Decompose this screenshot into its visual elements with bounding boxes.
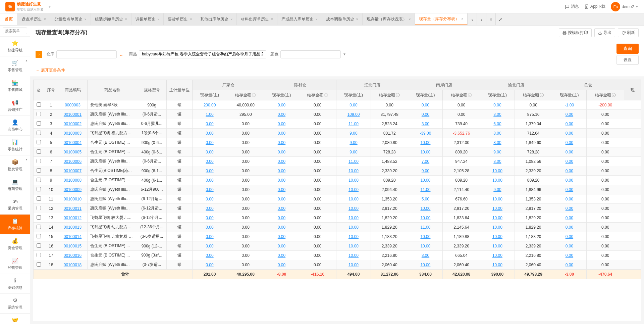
row-na-qty-4[interactable]: -39.00: [408, 129, 443, 138]
app-download-btn[interactable]: App下载: [584, 4, 605, 9]
row-total-qty-18[interactable]: 0.00: [552, 260, 587, 270]
row-chen-qty-15[interactable]: 0.00: [264, 232, 299, 241]
row-checkbox-input-6[interactable]: [37, 149, 41, 154]
row-chen-qty-16[interactable]: 0.00: [264, 241, 299, 251]
tab-close-split[interactable]: ×: [85, 17, 87, 21]
row-checkbox-4[interactable]: [34, 129, 44, 138]
tab-close-purchase[interactable]: ×: [190, 17, 192, 21]
row-checkbox-10[interactable]: [34, 185, 44, 194]
expand-conditions[interactable]: 展开更多条件: [36, 67, 65, 73]
row-code-8[interactable]: 00100007: [58, 166, 88, 176]
row-chen-qty-3[interactable]: 0.00: [264, 119, 299, 129]
tab-stock-status[interactable]: 现存量（库存状况表） ×: [363, 13, 415, 25]
row-chen-qty-8[interactable]: 0.00: [264, 166, 299, 176]
tab-close-transfer[interactable]: ×: [158, 17, 160, 21]
row-checkbox-5[interactable]: [34, 138, 44, 147]
row-na-qty-8[interactable]: 9.00: [408, 166, 443, 176]
row-na-qty-5[interactable]: 10.00: [408, 138, 443, 147]
row-checkbox-8[interactable]: [34, 166, 44, 176]
tab-close-stock-dist[interactable]: ×: [461, 17, 463, 21]
row-yb-qty-8[interactable]: 10.00: [480, 166, 515, 176]
row-code-2[interactable]: 00100001: [58, 110, 88, 119]
row-chen-qty-5[interactable]: 0.00: [264, 138, 299, 147]
row-na-qty-7[interactable]: 7.00: [408, 157, 443, 166]
export-btn[interactable]: 导出: [594, 28, 615, 37]
tab-expand-btn[interactable]: ⤢: [496, 13, 505, 26]
row-total-qty-13[interactable]: 0.00: [552, 213, 587, 223]
row-total-qty-8[interactable]: 0.00: [552, 166, 587, 176]
tab-transfer[interactable]: 调拨单历史 ×: [131, 13, 164, 25]
row-checkbox-15[interactable]: [34, 232, 44, 241]
row-code-3[interactable]: 00100002: [58, 119, 88, 129]
row-total-qty-16[interactable]: 0.00: [552, 241, 587, 251]
warehouse-ellipsis[interactable]: ...: [119, 52, 125, 57]
row-checkbox-input-8[interactable]: [37, 168, 41, 173]
row-total-qty-14[interactable]: 0.00: [552, 223, 587, 232]
row-yb-qty-9[interactable]: 10.00: [480, 176, 515, 185]
collapse-filter-btn[interactable]: ›: [36, 51, 42, 58]
row-code-1[interactable]: 0000003: [58, 100, 88, 110]
row-checkbox-input-17[interactable]: [37, 253, 41, 257]
row-yb-qty-1[interactable]: 0.00: [480, 100, 515, 110]
row-fac-qty-17[interactable]: 0.00: [193, 251, 227, 260]
sidebar-item-ecom[interactable]: 💻 电商管理: [0, 175, 30, 195]
row-jb-qty-1[interactable]: 0.00: [336, 100, 371, 110]
row-jb-qty-6[interactable]: 9.00: [336, 147, 371, 157]
row-checkbox-input-13[interactable]: [37, 215, 41, 220]
product-input[interactable]: [139, 50, 266, 58]
sidebar-item-member[interactable]: 👤 会员中心: [0, 116, 30, 136]
tab-split-inventory[interactable]: 分量盘点单历史 ×: [50, 13, 91, 25]
row-fac-qty-9[interactable]: 0.00: [193, 176, 227, 185]
row-na-qty-11[interactable]: 5.00: [408, 194, 443, 204]
row-checkbox-12[interactable]: [34, 204, 44, 213]
row-fac-qty-7[interactable]: 0.00: [193, 157, 227, 166]
sidebar-item-retail-stats[interactable]: 📊 零售统计: [0, 136, 30, 155]
row-fac-qty-10[interactable]: 0.00: [193, 185, 227, 194]
row-total-qty-2[interactable]: 0.00: [552, 110, 587, 119]
tab-close-all-btn[interactable]: ×: [486, 13, 496, 26]
row-yb-qty-7[interactable]: 8.00: [480, 157, 515, 166]
row-fac-qty-15[interactable]: 0.00: [193, 232, 227, 241]
sidebar-item-retail-store[interactable]: 🏪 零售商城: [0, 76, 30, 96]
dropdown-arrow[interactable]: ▼: [48, 4, 52, 9]
row-jb-qty-11[interactable]: 10.00: [336, 194, 371, 204]
row-na-qty-6[interactable]: 10.00: [408, 147, 443, 157]
row-yb-qty-14[interactable]: 10.00: [480, 223, 515, 232]
row-jb-qty-4[interactable]: 9.00: [336, 129, 371, 138]
tab-inventory-single[interactable]: 盘点单历史 ×: [18, 13, 50, 25]
row-na-qty-2[interactable]: 0.00: [408, 110, 443, 119]
jb-amt-info[interactable]: i: [396, 93, 400, 97]
row-yb-qty-10[interactable]: 9.00: [480, 185, 515, 194]
row-fac-qty-2[interactable]: 1.00: [193, 110, 227, 119]
row-jb-qty-3[interactable]: 11.00: [336, 119, 371, 129]
sidebar-item-retail-mgmt[interactable]: 🛒 零售管理 ▲: [0, 56, 30, 76]
row-chen-qty-1[interactable]: 0.00: [264, 100, 299, 110]
row-jb-qty-18[interactable]: 10.00: [336, 260, 371, 270]
row-fac-qty-5[interactable]: 0.00: [193, 138, 227, 147]
row-total-qty-1[interactable]: -1.00: [552, 100, 587, 110]
row-na-qty-3[interactable]: 3.00: [408, 119, 443, 129]
row-checkbox-input-9[interactable]: [37, 178, 41, 182]
yb-amt-info[interactable]: i: [540, 93, 544, 97]
row-chen-qty-14[interactable]: 0.00: [264, 223, 299, 232]
row-code-14[interactable]: 00100013: [58, 223, 88, 232]
row-checkbox-input-14[interactable]: [37, 225, 41, 229]
tab-close-inventory-single[interactable]: ×: [44, 17, 46, 21]
row-yb-qty-5[interactable]: 8.00: [480, 138, 515, 147]
row-chen-qty-4[interactable]: 0.00: [264, 129, 299, 138]
color-dropdown-arrow[interactable]: ▼: [343, 52, 346, 56]
row-chen-qty-11[interactable]: 0.00: [264, 194, 299, 204]
row-chen-qty-18[interactable]: 0.00: [264, 260, 299, 270]
sidebar-item-finance[interactable]: 💰 资金管理: [0, 234, 30, 254]
row-jb-qty-2[interactable]: 109.00: [336, 110, 371, 119]
row-checkbox-18[interactable]: [34, 260, 44, 270]
tab-product-in[interactable]: 产成品入库单历史 ×: [277, 13, 322, 25]
tab-stock-dist[interactable]: 现存量（库存分布表） ×: [415, 13, 468, 25]
row-code-15[interactable]: 00100014: [58, 232, 88, 241]
row-checkbox-9[interactable]: [34, 176, 44, 185]
row-checkbox-11[interactable]: [34, 194, 44, 204]
row-total-qty-5[interactable]: 0.00: [552, 138, 587, 147]
row-total-qty-9[interactable]: 0.00: [552, 176, 587, 185]
row-checkbox-6[interactable]: [34, 147, 44, 157]
row-checkbox-13[interactable]: [34, 213, 44, 223]
